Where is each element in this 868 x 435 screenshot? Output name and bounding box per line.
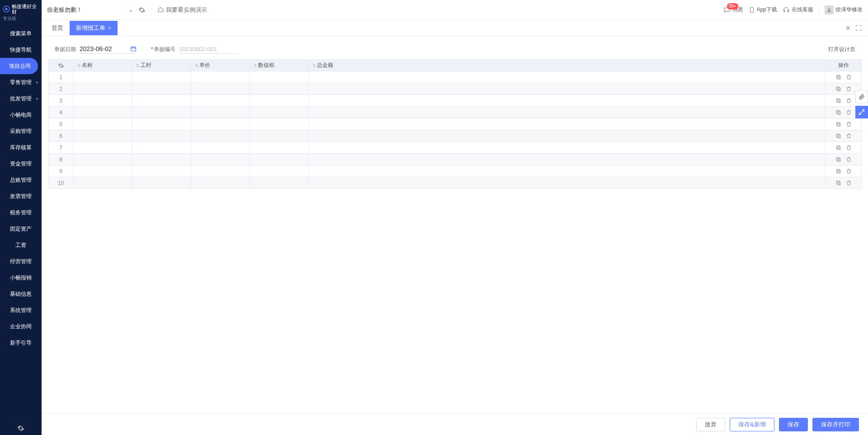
sidebar-item-1[interactable]: 快捷导航 bbox=[0, 42, 42, 58]
cell[interactable] bbox=[74, 107, 132, 118]
cell[interactable] bbox=[74, 83, 132, 95]
cell[interactable] bbox=[309, 142, 826, 154]
delete-row-icon[interactable] bbox=[846, 121, 852, 127]
attachment-tool[interactable] bbox=[855, 90, 868, 103]
cell[interactable] bbox=[250, 83, 309, 95]
sidebar-item-0[interactable]: 搜索菜单 bbox=[0, 25, 42, 42]
delete-row-icon[interactable] bbox=[846, 98, 852, 104]
sidebar-item-7[interactable]: 库存核算 bbox=[0, 139, 42, 156]
cell[interactable] bbox=[250, 130, 309, 142]
cell[interactable] bbox=[132, 118, 191, 130]
cell[interactable] bbox=[250, 71, 309, 83]
cell[interactable] bbox=[309, 107, 826, 118]
header-name[interactable]: ⇅名称 bbox=[74, 60, 132, 71]
discard-button[interactable]: 放弃 bbox=[696, 418, 725, 431]
sidebar-item-13[interactable]: 工资 bbox=[0, 237, 42, 253]
cell[interactable] bbox=[309, 154, 826, 165]
sidebar-settings[interactable] bbox=[0, 421, 42, 435]
messages-button[interactable]: 99+ 消息 bbox=[723, 6, 743, 14]
cell[interactable] bbox=[74, 95, 132, 107]
cell[interactable] bbox=[74, 71, 132, 83]
copy-row-icon[interactable] bbox=[835, 109, 841, 115]
cell[interactable] bbox=[191, 142, 250, 154]
copy-row-icon[interactable] bbox=[835, 180, 841, 186]
cell[interactable] bbox=[132, 142, 191, 154]
expand-tool[interactable] bbox=[855, 106, 868, 118]
cell[interactable] bbox=[74, 177, 132, 189]
header-price[interactable]: ⇅单价 bbox=[191, 60, 250, 71]
cell[interactable] bbox=[309, 177, 826, 189]
sidebar-item-14[interactable]: 经营管理 bbox=[0, 253, 42, 270]
sidebar-item-16[interactable]: 基础信息 bbox=[0, 286, 42, 302]
cell[interactable] bbox=[250, 154, 309, 165]
cell[interactable] bbox=[309, 118, 826, 130]
cell[interactable] bbox=[191, 83, 250, 95]
sidebar-item-15[interactable]: 小畅报销 bbox=[0, 270, 42, 286]
save-and-print-button[interactable]: 保存并打印 bbox=[812, 418, 859, 431]
cell[interactable] bbox=[191, 177, 250, 189]
sidebar-item-17[interactable]: 系统管理 bbox=[0, 302, 42, 318]
delete-row-icon[interactable] bbox=[846, 156, 852, 162]
copy-row-icon[interactable] bbox=[835, 121, 841, 127]
sidebar-item-10[interactable]: 发票管理 bbox=[0, 188, 42, 204]
sidebar-item-3[interactable]: 零售管理▾ bbox=[0, 74, 42, 90]
delete-row-icon[interactable] bbox=[846, 74, 852, 80]
cell[interactable] bbox=[309, 95, 826, 107]
close-tab-button[interactable]: ✕ bbox=[845, 24, 851, 32]
cell[interactable] bbox=[132, 154, 191, 165]
copy-row-icon[interactable] bbox=[835, 168, 841, 174]
delete-row-icon[interactable] bbox=[846, 109, 852, 115]
cell[interactable] bbox=[132, 71, 191, 83]
cell[interactable] bbox=[132, 83, 191, 95]
demo-link[interactable]: 我要看实例演示 bbox=[157, 6, 207, 14]
copy-row-icon[interactable] bbox=[835, 86, 841, 92]
user-menu[interactable]: 徐泽华修改 bbox=[825, 5, 863, 14]
header-settings[interactable] bbox=[48, 60, 74, 71]
delete-row-icon[interactable] bbox=[846, 133, 852, 139]
cell[interactable] bbox=[191, 107, 250, 118]
cell[interactable] bbox=[250, 142, 309, 154]
settings-icon[interactable] bbox=[138, 6, 146, 14]
copy-row-icon[interactable] bbox=[835, 74, 841, 80]
copy-row-icon[interactable] bbox=[835, 156, 841, 162]
cell[interactable] bbox=[132, 130, 191, 142]
cell[interactable] bbox=[191, 71, 250, 83]
cell[interactable] bbox=[74, 130, 132, 142]
sidebar-item-6[interactable]: 采购管理 bbox=[0, 123, 42, 139]
sidebar-item-18[interactable]: 企业协同 bbox=[0, 318, 42, 335]
cell[interactable] bbox=[191, 130, 250, 142]
date-input[interactable]: 2023-06-02 bbox=[80, 45, 137, 54]
sidebar-item-2[interactable]: 项目合同 bbox=[0, 58, 38, 74]
cell[interactable] bbox=[132, 165, 191, 177]
sidebar-item-5[interactable]: 小畅电商 bbox=[0, 107, 42, 123]
cell[interactable] bbox=[191, 95, 250, 107]
header-numeric[interactable]: ⇅数值框 bbox=[250, 60, 309, 71]
cell[interactable] bbox=[309, 71, 826, 83]
sidebar-item-12[interactable]: 固定资产 bbox=[0, 221, 42, 237]
delete-row-icon[interactable] bbox=[846, 180, 852, 186]
sidebar-item-11[interactable]: 税务管理 bbox=[0, 204, 42, 221]
cell[interactable] bbox=[191, 118, 250, 130]
cell[interactable] bbox=[309, 83, 826, 95]
number-input[interactable]: 20230602-001 bbox=[179, 46, 238, 54]
copy-row-icon[interactable] bbox=[835, 145, 841, 151]
save-button[interactable]: 保存 bbox=[779, 418, 808, 431]
cell[interactable] bbox=[132, 107, 191, 118]
cell[interactable] bbox=[250, 107, 309, 118]
sidebar-item-4[interactable]: 批发管理▾ bbox=[0, 90, 42, 107]
save-and-new-button[interactable]: 保存&新增 bbox=[730, 418, 774, 431]
app-download-button[interactable]: App下载 bbox=[749, 6, 777, 14]
fullscreen-button[interactable]: ⛶ bbox=[855, 24, 862, 32]
customer-service-button[interactable]: 在线客服 bbox=[783, 6, 813, 14]
cell[interactable] bbox=[74, 142, 132, 154]
cell[interactable] bbox=[74, 165, 132, 177]
cell[interactable] bbox=[250, 95, 309, 107]
cell[interactable] bbox=[74, 154, 132, 165]
header-total[interactable]: ⇅总金额 bbox=[309, 60, 826, 71]
cell[interactable] bbox=[309, 130, 826, 142]
tab-home[interactable]: 首页 bbox=[45, 20, 70, 36]
sidebar-item-8[interactable]: 资金管理 bbox=[0, 156, 42, 172]
close-icon[interactable]: × bbox=[108, 25, 111, 31]
cell[interactable] bbox=[132, 177, 191, 189]
cell[interactable] bbox=[250, 177, 309, 189]
